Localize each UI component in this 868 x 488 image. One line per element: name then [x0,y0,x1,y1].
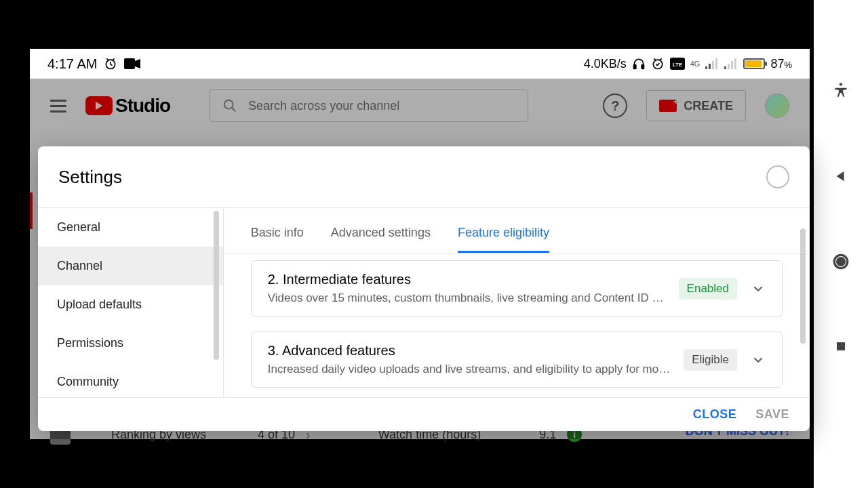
svg-rect-3 [837,342,845,350]
status-badge-enabled: Enabled [679,278,737,300]
svg-point-0 [840,83,842,85]
headphones-icon [632,57,646,70]
svg-rect-5 [124,58,135,69]
volte-icon: LTE [670,58,685,70]
youtube-studio-app: Studio Search across your channel ? CREA… [30,79,810,439]
settings-modal: Settings General Channel Upload defaults… [38,146,810,431]
nav-back-icon[interactable] [833,169,848,184]
alarm-icon-2 [651,57,665,70]
svg-rect-6 [633,65,635,69]
chevron-down-icon[interactable] [751,352,766,367]
svg-rect-12 [709,64,711,69]
svg-rect-7 [642,65,644,69]
system-nav-bar [814,0,868,488]
settings-content: Basic info Advanced settings Feature eli… [224,208,810,397]
status-battery-pct: 87% [770,57,792,71]
feature-card-advanced[interactable]: 3. Advanced features Increased daily vid… [251,331,783,388]
sidebar-item-general[interactable]: General [38,208,223,247]
signal-icon-2 [724,58,738,69]
svg-rect-17 [731,61,733,69]
status-badge-eligible: Eligible [684,349,737,371]
sidebar-item-channel[interactable]: Channel [38,247,223,285]
settings-sidebar: General Channel Upload defaults Permissi… [38,208,224,397]
tab-basic-info[interactable]: Basic info [251,219,304,253]
battery-icon [743,58,765,69]
device-screen: 4:17 AM 4.0KB/s LTE 4G 87% Studio S [30,49,810,439]
sidebar-scrollbar[interactable] [214,211,219,360]
modal-title: Settings [58,167,122,188]
sidebar-item-permissions[interactable]: Permissions [38,324,223,363]
svg-rect-16 [728,64,730,69]
feature-card-intermediate[interactable]: 2. Intermediate features Videos over 15 … [251,260,783,317]
status-data-rate: 4.0KB/s [584,57,627,71]
svg-text:LTE: LTE [672,62,682,68]
tab-advanced-settings[interactable]: Advanced settings [331,219,431,253]
svg-point-2 [837,258,845,266]
content-scrollbar[interactable] [800,228,806,344]
signal-icon-1 [705,58,719,69]
alarm-icon [104,57,117,70]
video-icon [124,58,140,69]
sidebar-item-upload-defaults[interactable]: Upload defaults [38,285,223,324]
card-desc: Increased daily video uploads and live s… [268,363,670,376]
nav-home-icon[interactable] [832,253,850,270]
close-button[interactable]: CLOSE [693,407,737,422]
save-button[interactable]: SAVE [755,407,789,422]
card-title: 3. Advanced features [268,343,670,359]
svg-rect-18 [734,58,736,69]
status-time: 4:17 AM [47,56,97,72]
status-bar: 4:17 AM 4.0KB/s LTE 4G 87% [30,49,810,79]
status-net-label: 4G [690,60,701,68]
sidebar-item-community[interactable]: Community [38,363,223,401]
card-desc: Videos over 15 minutes, custom thumbnail… [268,291,665,305]
tab-feature-eligibility[interactable]: Feature eligibility [458,219,549,253]
nav-recents-icon[interactable] [835,340,847,352]
accessibility-icon[interactable] [832,81,850,99]
svg-rect-14 [715,58,717,69]
chevron-down-icon[interactable] [751,281,766,296]
svg-rect-11 [705,66,707,69]
svg-rect-15 [724,66,726,69]
svg-rect-13 [712,61,714,69]
loading-ring-icon [766,165,789,188]
card-title: 2. Intermediate features [268,272,665,287]
